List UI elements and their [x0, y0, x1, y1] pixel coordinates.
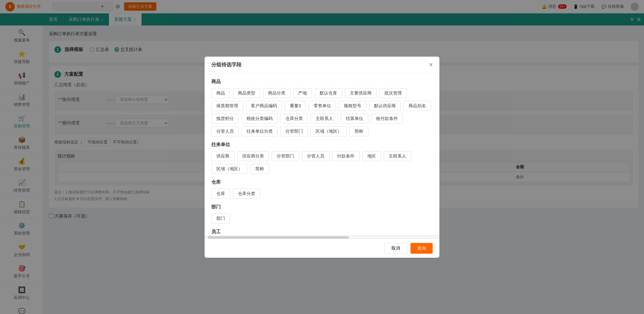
field-tag-main-contact[interactable]: 主联系人 — [311, 114, 338, 124]
field-tag-goods-category[interactable]: 商品分类 — [263, 88, 290, 98]
field-group-goods-title: 商品 — [211, 79, 433, 85]
modal-overlay: 分组待选字段 × 商品 商品 商品类型 商品分类 产地 默认仓库 主要供应商 批… — [0, 0, 644, 314]
field-tags-goods: 商品 商品类型 商品分类 产地 默认仓库 主要供应商 批次管理 保质期管理 客户… — [211, 88, 433, 136]
field-tag-area[interactable]: 地区 — [362, 151, 381, 161]
field-tag-default-supplier[interactable]: 默认供应商 — [369, 101, 401, 111]
modal-title: 分组待选字段 — [211, 62, 241, 68]
modal-cancel-button[interactable]: 取消 — [384, 243, 407, 254]
field-tag-short-name-goods[interactable]: 简称 — [350, 126, 368, 136]
field-tag-retail-unit[interactable]: 零售单位 — [309, 101, 336, 111]
modal-confirm-button[interactable]: 查询 — [411, 243, 433, 254]
field-group-goods: 商品 商品 商品类型 商品分类 产地 默认仓库 主要供应商 批次管理 保质期管理… — [211, 79, 433, 136]
field-tag-region-partner[interactable]: 区域（地区） — [211, 164, 248, 174]
field-tag-weight[interactable]: 重量3 — [285, 101, 306, 111]
field-tag-origin[interactable]: 产地 — [293, 88, 312, 98]
modal-dialog: 分组待选字段 × 商品 商品 商品类型 商品分类 产地 默认仓库 主要供应商 批… — [205, 57, 439, 258]
field-tag-warehouse-category[interactable]: 仓库分类 — [280, 114, 308, 124]
field-tag-department[interactable]: 部门 — [211, 213, 230, 224]
modal-close-button[interactable]: × — [429, 61, 433, 68]
field-tag-partner-category[interactable]: 往来单位分类 — [241, 126, 278, 136]
field-tag-partner-contact[interactable]: 主联系人 — [384, 151, 411, 161]
field-tag-short-name-partner[interactable]: 简称 — [250, 164, 269, 174]
field-tags-partner: 供应商 供应商分类 分管部门 分管人员 付款条件 地区 主联系人 区域（地区） … — [211, 151, 433, 174]
field-tag-goods-alias[interactable]: 商品别名 — [404, 101, 431, 111]
modal-horizontal-scrollbar[interactable] — [205, 235, 439, 238]
field-tag-dept[interactable]: 分管部门 — [280, 126, 308, 136]
field-group-warehouse-title: 仓库 — [211, 179, 433, 185]
modal-hscroll-thumb — [208, 236, 349, 238]
field-tag-default-warehouse[interactable]: 默认仓库 — [315, 88, 342, 98]
field-tag-main-supplier[interactable]: 主要供应商 — [345, 88, 377, 98]
field-tag-supplier-category[interactable]: 供应商分类 — [237, 151, 269, 161]
field-tag-settlement-unit[interactable]: 结算单位 — [341, 114, 368, 124]
field-tag-payment-condition[interactable]: 付款条件 — [332, 151, 360, 161]
modal-header: 分组待选字段 × — [205, 57, 439, 73]
field-group-partner: 往来单位 供应商 供应商分类 分管部门 分管人员 付款条件 地区 主联系人 区域… — [211, 142, 433, 174]
field-tag-spec-model[interactable]: 规格型号 — [339, 101, 366, 111]
field-group-employee-title: 员工 — [211, 229, 433, 235]
field-tags-department: 部门 — [211, 213, 433, 224]
field-tag-warehouse[interactable]: 仓库 — [211, 189, 230, 199]
field-group-department-title: 部门 — [211, 204, 433, 210]
field-tag-payment-terms[interactable]: 收付款条件 — [371, 114, 403, 124]
field-group-department: 部门 部门 — [211, 204, 433, 224]
field-tag-supplier[interactable]: 供应商 — [211, 151, 234, 161]
field-tag-batch[interactable]: 批次管理 — [379, 88, 407, 98]
field-tag-goods[interactable]: 商品 — [211, 88, 230, 98]
field-tag-goods-type[interactable]: 商品类型 — [233, 88, 260, 98]
field-group-partner-title: 往来单位 — [211, 142, 433, 148]
field-tag-region-goods[interactable]: 区域（地区） — [311, 126, 347, 136]
field-group-employee: 员工 业务员 — [211, 229, 433, 236]
modal-body[interactable]: 商品 商品 商品类型 商品分类 产地 默认仓库 主要供应商 批次管理 保质期管理… — [205, 73, 439, 236]
field-tag-supervisor[interactable]: 分管人员 — [211, 126, 239, 136]
field-tags-warehouse: 仓库 仓库分类 — [211, 189, 433, 199]
field-tag-partner-supervisor[interactable]: 分管人员 — [302, 151, 329, 161]
field-tag-tax-code[interactable]: 税收分类编码 — [241, 114, 278, 124]
field-tag-expiry[interactable]: 保质期管理 — [211, 101, 243, 111]
field-tag-customer-code[interactable]: 客户商品编码 — [246, 101, 282, 111]
field-group-warehouse: 仓库 仓库 仓库分类 — [211, 179, 433, 199]
field-tag-warehouse-cat[interactable]: 仓库分类 — [233, 189, 260, 199]
field-tag-partner-dept[interactable]: 分管部门 — [272, 151, 299, 161]
modal-footer: 取消 查询 — [205, 239, 439, 258]
field-tag-pick-points[interactable]: 拣货积分 — [211, 114, 239, 124]
